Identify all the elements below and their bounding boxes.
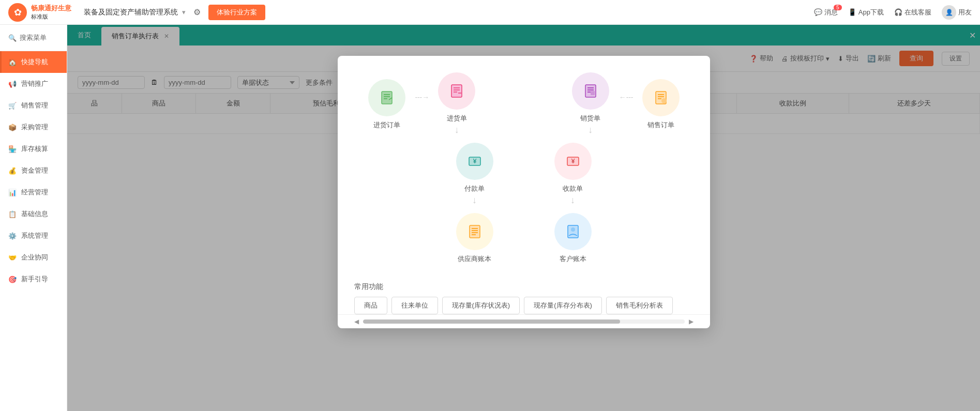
arrow-po-to-pb: - - - →: [415, 93, 429, 116]
common-section: 常用功能 商品 往来单位 现存量(库存状况表) 现存量(库存分布表) 销售毛利分…: [338, 278, 710, 314]
logo-icon: ✿: [8, 3, 27, 22]
customer-ledger-label: 客户账本: [560, 254, 586, 264]
sidebar-item-enterprise[interactable]: 🤝 企业协同: [0, 247, 67, 268]
flow-row-1: 进货订单 - - - →: [358, 72, 689, 136]
sidebar-label-enterprise: 企业协同: [21, 253, 48, 262]
sidebar-item-operations[interactable]: 📊 经营管理: [0, 181, 67, 203]
flow-payment-bill: ¥ 付款单: [446, 143, 503, 193]
brand-sub: 标准版: [31, 13, 71, 20]
svg-rect-4: [451, 85, 462, 97]
online-service-btn[interactable]: 🎧 在线客服: [894, 8, 931, 17]
inventory-icon: 🏪: [8, 144, 17, 154]
system-name: 装备及固定资产辅助管理系统: [84, 8, 178, 17]
common-title: 常用功能: [354, 282, 693, 292]
sidebar-item-purchase[interactable]: 📦 采购管理: [0, 116, 67, 138]
sidebar-label-system: 系统管理: [21, 231, 48, 240]
flow-row-2: ¥ 付款单 ↓: [358, 143, 689, 207]
common-btn-2[interactable]: 现存量(库存状况表): [442, 297, 520, 314]
scrollbar-thumb: [363, 319, 621, 324]
common-btn-1[interactable]: 往来单位: [391, 297, 438, 314]
scrollbar-track: [363, 319, 685, 324]
search-menu-btn[interactable]: 🔍 搜索菜单: [4, 30, 63, 45]
sidebar-label-basic: 基础信息: [21, 209, 48, 219]
sidebar-label-quicknav: 快捷导航: [21, 57, 48, 67]
payment-bill-circle[interactable]: ¥: [456, 143, 493, 180]
sales-order-label: 销售订单: [647, 120, 674, 130]
sales-order-circle[interactable]: [642, 79, 680, 116]
content-area: 首页 销售订单执行表 ✕ ✕ ❓ 帮助 🖨 按模板打印 ▾: [67, 25, 980, 411]
system-title-area: 装备及固定资产辅助管理系统 ▾ ⚙ 体验行业方案: [76, 5, 814, 20]
sales-bill-circle[interactable]: [572, 72, 609, 110]
popup-box: 进货订单 - - - →: [338, 56, 710, 328]
customer-ledger-circle[interactable]: [554, 213, 592, 250]
popup-overlay[interactable]: 进货订单 - - - →: [67, 25, 980, 411]
sidebar-item-sales[interactable]: 🛒 销售管理: [0, 95, 67, 116]
sidebar-item-quicknav[interactable]: 🏠 快捷导航: [0, 51, 67, 73]
sidebar-label-sales: 销售管理: [21, 101, 48, 110]
message-badge: 5: [834, 5, 842, 10]
sidebar-item-basic[interactable]: 📋 基础信息: [0, 203, 67, 225]
sidebar-item-newbie[interactable]: 🎯 新手引导: [0, 268, 67, 290]
top-bar: ✿ 畅康通好生意 标准版 装备及固定资产辅助管理系统 ▾ ⚙ 体验行业方案 💬 …: [0, 0, 980, 25]
common-btn-0[interactable]: 商品: [354, 297, 387, 314]
payment-bill-label: 付款单: [464, 184, 485, 193]
flow-col-receipt: ¥ 收款单 ↓: [545, 143, 601, 207]
marketing-icon: 📢: [8, 79, 17, 88]
flow-col-sales-bill: 销货单 ↓: [562, 72, 619, 136]
app-wrapper: ✿ 畅康通好生意 标准版 装备及固定资产辅助管理系统 ▾ ⚙ 体验行业方案 💬 …: [0, 0, 980, 411]
arrow-pay-down: ↓: [472, 195, 477, 205]
svg-point-17: [661, 98, 667, 103]
settings-btn[interactable]: ⚙: [190, 5, 204, 20]
svg-text:¥: ¥: [570, 158, 575, 165]
sidebar-item-marketing[interactable]: 📢 营销推广: [0, 73, 67, 95]
user-area[interactable]: 👤 用友: [942, 5, 972, 20]
basic-icon: 📋: [8, 209, 17, 219]
svg-rect-22: [470, 225, 480, 238]
common-btn-3[interactable]: 现存量(库存分布表): [524, 297, 602, 314]
purchase-order-circle[interactable]: [368, 79, 405, 116]
svg-point-28: [571, 227, 575, 232]
scroll-left-btn[interactable]: ◀: [354, 318, 359, 325]
scroll-right-btn[interactable]: ▶: [689, 318, 693, 325]
svg-text:¥: ¥: [472, 158, 476, 165]
sidebar-item-finance[interactable]: 💰 资金管理: [0, 160, 67, 181]
sidebar-label-inventory: 库存核算: [21, 144, 48, 154]
message-btn[interactable]: 💬 消息 5: [814, 8, 838, 17]
flow-purchase-order: 进货订单: [358, 79, 415, 130]
sidebar-label-finance: 资金管理: [21, 166, 48, 175]
flow-supplier-ledger: 供应商账本: [446, 213, 503, 264]
search-icon: 🔍: [8, 34, 17, 42]
sales-icon: 🛒: [8, 101, 17, 110]
app-download-label: App下载: [858, 8, 884, 17]
sidebar-label-purchase: 采购管理: [21, 123, 48, 132]
search-label: 搜索菜单: [20, 33, 47, 42]
logo-text: 畅康通好生意 标准版: [31, 4, 71, 20]
flow-receipt-bill: ¥ 收款单: [545, 143, 601, 193]
quicknav-icon: 🏠: [8, 57, 17, 67]
purchase-order-label: 进货订单: [373, 120, 400, 130]
system-dropdown-btn[interactable]: ▾: [182, 8, 186, 16]
headset-icon: 🎧: [894, 8, 902, 16]
sidebar-item-inventory[interactable]: 🏪 库存核算: [0, 138, 67, 160]
flow-col-purchase-bill: 进货单 ↓: [428, 72, 485, 136]
online-service-label: 在线客服: [904, 8, 931, 17]
purchase-icon: 📦: [8, 123, 17, 132]
main-area: 🔍 搜索菜单 🏠 快捷导航 📢 营销推广 🛒 销售管理 📦 采购管理: [0, 25, 980, 411]
sidebar-label-marketing: 营销推广: [21, 79, 48, 88]
trial-btn[interactable]: 体验行业方案: [208, 5, 265, 20]
sidebar-search: 🔍 搜索菜单: [0, 25, 67, 51]
app-download-btn[interactable]: 📱 App下载: [848, 8, 884, 17]
message-icon: 💬: [814, 8, 822, 16]
purchase-bill-label: 进货单: [447, 114, 467, 123]
receipt-bill-circle[interactable]: ¥: [554, 143, 592, 180]
svg-rect-0: [382, 92, 392, 104]
supplier-ledger-circle[interactable]: [456, 213, 493, 250]
brand-main: 畅康通好生意: [31, 4, 71, 13]
purchase-bill-circle[interactable]: [438, 72, 475, 110]
popup-scroll-area: 进货订单 - - - →: [338, 56, 710, 314]
user-name: 用友: [958, 8, 972, 17]
common-btn-4[interactable]: 销售毛利分析表: [606, 297, 673, 314]
sidebar-item-system[interactable]: ⚙️ 系统管理: [0, 225, 67, 247]
operations-icon: 📊: [8, 188, 17, 197]
arrow-so-to-sb: ← - - -: [619, 93, 632, 116]
